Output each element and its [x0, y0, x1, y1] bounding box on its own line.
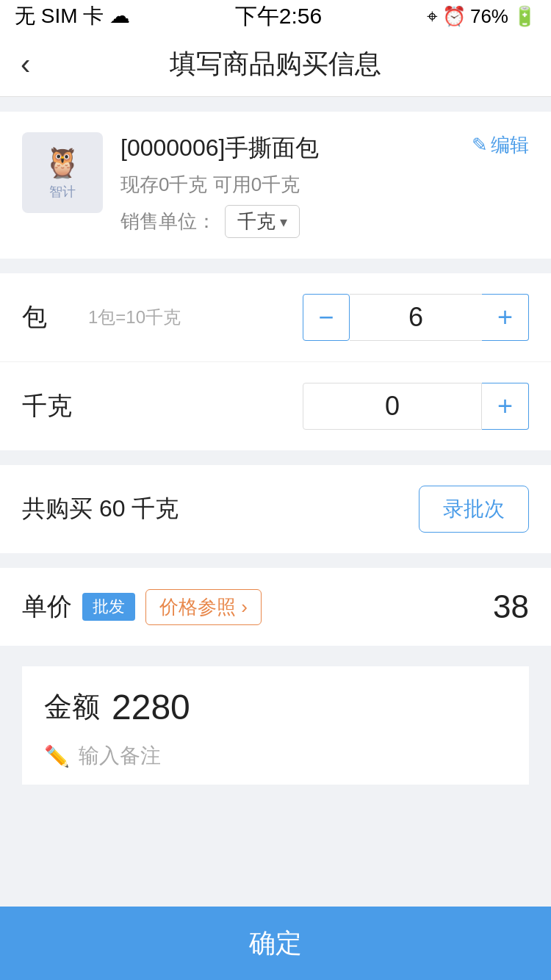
alarm-icon: ⏰: [442, 5, 466, 28]
price-badge: 批发: [82, 593, 135, 621]
edit-button[interactable]: ✎ 编辑: [472, 132, 529, 158]
location-icon: ⌖: [427, 5, 438, 28]
owl-icon: 🦉: [44, 145, 81, 180]
price-section: 单价 批发 价格参照 › 38: [0, 568, 551, 646]
amount-row: 金额 2280: [44, 687, 507, 727]
bag-row: 包 1包=10千克 − 6 +: [0, 273, 551, 362]
product-unit-row: 销售单位： 千克 ▾: [120, 205, 529, 238]
batch-button[interactable]: 录批次: [419, 486, 529, 533]
note-row[interactable]: ✏️ 输入备注: [44, 742, 507, 770]
bag-decrement-button[interactable]: −: [303, 294, 350, 341]
price-ref-button[interactable]: 价格参照 ›: [145, 589, 262, 625]
note-placeholder: 输入备注: [79, 742, 161, 770]
bag-stepper: − 6 +: [303, 294, 529, 341]
kg-increment-button[interactable]: +: [482, 383, 529, 430]
sim-label: 无 SIM 卡 ☁: [15, 2, 130, 30]
status-bar: 无 SIM 卡 ☁ 下午2:56 ⌖ ⏰ 76% 🔋: [0, 0, 551, 32]
bag-hint: 1包=10千克: [88, 306, 303, 329]
product-card: 🦉 智计 [0000006]手撕面包 现存0千克 可用0千克 销售单位： 千克 …: [0, 112, 551, 259]
product-stock: 现存0千克 可用0千克: [120, 172, 529, 198]
summary-row: 共购买 60 千克 录批次: [0, 465, 551, 553]
bag-increment-button[interactable]: +: [482, 294, 529, 341]
nav-bar: ‹ 填写商品购买信息: [0, 32, 551, 97]
bag-label: 包: [22, 300, 81, 334]
status-left: 无 SIM 卡 ☁: [15, 2, 130, 30]
kg-label: 千克: [22, 389, 81, 423]
amount-value: 2280: [112, 687, 190, 727]
edit-icon: ✎: [472, 134, 488, 156]
edit-label: 编辑: [491, 132, 529, 158]
price-row: 单价 批发 价格参照 › 38: [22, 588, 529, 625]
product-name: [0000006]手撕面包: [120, 132, 529, 165]
product-info: [0000006]手撕面包 现存0千克 可用0千克 销售单位： 千克 ▾: [120, 132, 529, 238]
price-value: 38: [493, 588, 529, 625]
unit-label: 销售单位：: [120, 209, 216, 234]
kg-stepper: 0 +: [303, 383, 529, 430]
battery-label: 76%: [470, 5, 508, 28]
kg-value[interactable]: 0: [303, 383, 482, 430]
back-button[interactable]: ‹: [21, 48, 30, 81]
status-right: ⌖ ⏰ 76% 🔋: [427, 5, 536, 28]
price-label: 单价: [22, 590, 72, 624]
input-section: 包 1包=10千克 − 6 + 千克 0 +: [0, 273, 551, 450]
confirm-button[interactable]: 确定: [0, 907, 551, 980]
kg-row: 千克 0 +: [0, 362, 551, 450]
pencil-icon: ✏️: [44, 744, 70, 768]
status-time: 下午2:56: [235, 1, 322, 32]
brand-label: 智计: [49, 183, 76, 201]
battery-icon: 🔋: [513, 5, 536, 28]
unit-value: 千克: [237, 209, 276, 234]
summary-text: 共购买 60 千克: [22, 493, 179, 525]
product-thumbnail: 🦉 智计: [22, 132, 103, 213]
confirm-label: 确定: [249, 926, 302, 962]
amount-label: 金额: [44, 688, 100, 726]
page-title: 填写商品购买信息: [170, 46, 381, 82]
bag-value[interactable]: 6: [350, 294, 482, 341]
unit-select[interactable]: 千克 ▾: [225, 205, 300, 238]
chevron-down-icon: ▾: [280, 213, 287, 231]
